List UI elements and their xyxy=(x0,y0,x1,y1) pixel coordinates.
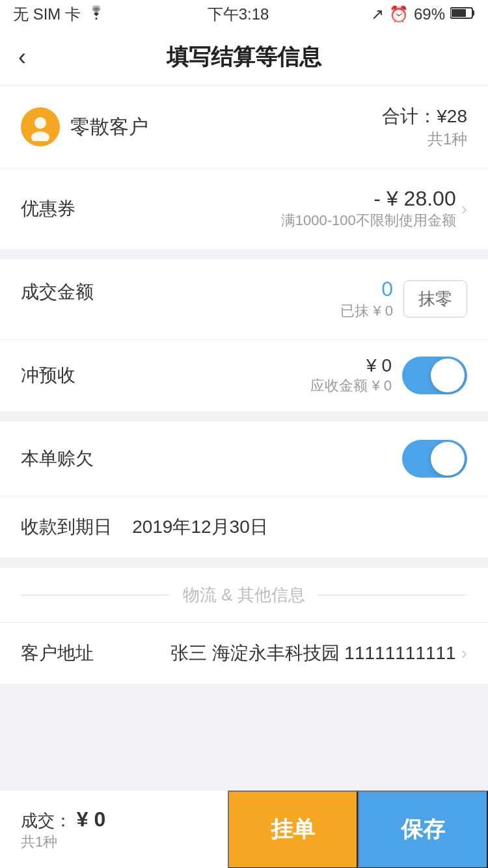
location-icon: ↗ xyxy=(371,5,384,23)
footer-deal-amount: ¥ 0 xyxy=(77,807,105,831)
credit-toggle[interactable] xyxy=(402,440,467,478)
svg-rect-3 xyxy=(452,9,466,17)
customer-row: 零散客户 合计：¥28 共1种 xyxy=(0,86,488,168)
round-button[interactable]: 抹零 xyxy=(403,280,467,318)
footer-left: 成交： ¥ 0 共1种 xyxy=(0,807,228,852)
avatar xyxy=(21,107,60,146)
prepay-label: 冲预收 xyxy=(21,363,75,388)
transaction-section: 成交金额 0 已抹 ¥ 0 抹零 冲预收 ¥ 0 应收金额 ¥ 0 xyxy=(0,259,488,411)
total-amount: 合计：¥28 xyxy=(382,104,467,129)
credit-row: 本单赊欠 xyxy=(0,422,488,496)
credit-toggle-knob xyxy=(431,442,465,476)
coupon-info: - ¥ 28.00 满1000-100不限制使用金额 xyxy=(281,187,456,230)
status-time: 下午3:18 xyxy=(208,4,269,25)
coupon-amount: - ¥ 28.00 xyxy=(281,187,456,211)
customer-summary: 合计：¥28 共1种 xyxy=(382,104,467,150)
duedate-value: 2019年12月30日 xyxy=(132,517,268,537)
prepay-toggle[interactable] xyxy=(402,357,467,394)
address-right: 张三 海淀永丰科技园 11111111111 › xyxy=(170,641,467,666)
status-bar: 无 SIM 卡 下午3:18 ↗ ⏰ 69% xyxy=(0,0,488,29)
prepay-row: 冲预收 ¥ 0 应收金额 ¥ 0 xyxy=(0,339,488,411)
address-row[interactable]: 客户地址 张三 海淀永丰科技园 11111111111 › xyxy=(0,622,488,684)
alarm-icon: ⏰ xyxy=(389,5,409,23)
customer-name: 零散客户 xyxy=(70,114,148,141)
footer-deal-row: 成交： ¥ 0 xyxy=(21,807,207,832)
address-value: 张三 海淀永丰科技园 11111111111 xyxy=(170,641,456,666)
chevron-right-icon: › xyxy=(461,198,467,219)
footer: 成交： ¥ 0 共1种 挂单 保存 xyxy=(0,790,488,868)
logistics-header: 物流 & 其他信息 xyxy=(0,568,488,622)
address-chevron-icon: › xyxy=(461,643,467,664)
save-button[interactable]: 保存 xyxy=(358,791,488,869)
page-title: 填写结算等信息 xyxy=(167,42,321,72)
customer-left: 零散客户 xyxy=(21,107,148,146)
prepay-right: ¥ 0 应收金额 ¥ 0 xyxy=(310,355,467,396)
coupon-label: 优惠券 xyxy=(21,197,75,221)
nav-bar: ‹ 填写结算等信息 xyxy=(0,29,488,86)
total-count: 共1种 xyxy=(382,129,467,150)
svg-point-4 xyxy=(34,117,46,129)
customer-section: 零散客户 合计：¥28 共1种 优惠券 - ¥ 28.00 满1000-100不… xyxy=(0,86,488,249)
status-right: ↗ ⏰ 69% xyxy=(371,5,475,23)
duedate-title: 收款到期日 xyxy=(21,517,112,537)
bottom-spacer xyxy=(0,694,488,798)
sim-status: 无 SIM 卡 xyxy=(13,4,81,25)
credit-section: 本单赊欠 收款到期日 2019年12月30日 xyxy=(0,422,488,558)
pending-button[interactable]: 挂单 xyxy=(228,791,358,869)
prepay-amounts: ¥ 0 应收金额 ¥ 0 xyxy=(310,355,392,396)
coupon-desc: 满1000-100不限制使用金额 xyxy=(281,211,456,230)
footer-deal-label: 成交： xyxy=(21,811,72,830)
duedate-label: 收款到期日 2019年12月30日 xyxy=(21,517,268,537)
duedate-row: 收款到期日 2019年12月30日 xyxy=(0,496,488,558)
toggle-knob xyxy=(431,359,465,392)
status-left: 无 SIM 卡 xyxy=(13,4,105,25)
footer-count: 共1种 xyxy=(21,832,207,852)
prepay-amount: ¥ 0 xyxy=(310,355,392,376)
transaction-label: 成交金额 xyxy=(21,277,94,305)
transaction-right: 0 已抹 ¥ 0 抹零 xyxy=(340,277,467,321)
credit-label: 本单赊欠 xyxy=(21,446,94,471)
wifi-icon xyxy=(87,5,105,23)
svg-point-5 xyxy=(31,131,49,141)
transaction-value[interactable]: 0 xyxy=(340,277,393,301)
address-label: 客户地址 xyxy=(21,641,94,666)
logistics-label: 物流 & 其他信息 xyxy=(183,584,305,606)
back-button[interactable]: ‹ xyxy=(18,44,26,71)
coupon-row[interactable]: 优惠券 - ¥ 28.00 满1000-100不限制使用金额 › xyxy=(0,168,488,249)
coupon-right: - ¥ 28.00 满1000-100不限制使用金额 › xyxy=(281,187,467,230)
logistics-section: 物流 & 其他信息 客户地址 张三 海淀永丰科技园 11111111111 › xyxy=(0,568,488,684)
battery-percent: 69% xyxy=(414,5,445,23)
transaction-sub: 已抹 ¥ 0 xyxy=(340,301,393,321)
transaction-row: 成交金额 0 已抹 ¥ 0 抹零 xyxy=(0,259,488,339)
battery-icon xyxy=(450,5,475,23)
transaction-amount-area: 0 已抹 ¥ 0 xyxy=(340,277,393,321)
prepay-sub: 应收金额 ¥ 0 xyxy=(310,376,392,396)
svg-rect-2 xyxy=(472,10,474,16)
